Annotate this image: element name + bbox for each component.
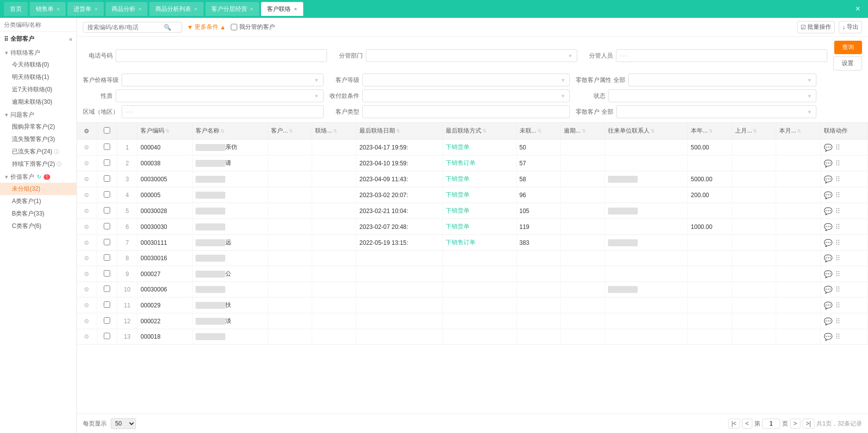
contact-method-link[interactable]: 下销货单: [446, 207, 469, 214]
row-checkbox[interactable]: [104, 317, 110, 324]
contact-method-link[interactable]: 下销货单: [446, 191, 469, 198]
phone-input[interactable]: [116, 49, 327, 62]
row-last-contact-method[interactable]: 下销货单: [442, 219, 516, 235]
sidebar-item-overdue[interactable]: 逾期未联络(30): [0, 96, 76, 108]
tab-customer-contact[interactable]: 客户联络 ×: [261, 2, 303, 16]
row-last-contact-method[interactable]: [442, 266, 516, 282]
row-settings-icon[interactable]: ⚙: [84, 286, 89, 293]
retail-attr-select[interactable]: ▼: [628, 73, 816, 86]
grid-action-icon[interactable]: ⠿: [835, 317, 840, 325]
contact-method-link[interactable]: 下销货单: [446, 144, 469, 150]
row-gear-icon[interactable]: ⚙: [77, 235, 97, 251]
this-month-header[interactable]: 本月...⇅: [776, 123, 820, 140]
row-gear-icon[interactable]: ⚙: [77, 266, 97, 282]
value-customers-group[interactable]: ▼ 价值客户 ↻ !: [0, 170, 76, 183]
row-checkbox[interactable]: [104, 144, 110, 150]
row-settings-icon[interactable]: ⚙: [84, 176, 89, 183]
sidebar-item-ungrouped[interactable]: 未分组(32): [0, 183, 76, 195]
message-icon[interactable]: 💬: [824, 191, 832, 199]
close-product-analysis-icon[interactable]: ×: [138, 6, 141, 12]
customer-type-input[interactable]: [362, 105, 570, 118]
grid-action-icon[interactable]: ⠿: [835, 301, 840, 309]
gear-col-header[interactable]: ⚙: [77, 123, 97, 140]
pending-contact-group[interactable]: ▼ 待联络客户: [0, 46, 76, 59]
sidebar-item-today[interactable]: 今天待联络(0): [0, 59, 76, 71]
row-checkbox-cell[interactable]: [97, 203, 117, 219]
row-checkbox[interactable]: [104, 239, 110, 245]
row-settings-icon[interactable]: ⚙: [84, 192, 89, 199]
message-icon[interactable]: 💬: [824, 175, 832, 183]
row-checkbox-cell[interactable]: [97, 282, 117, 297]
row-gear-icon[interactable]: ⚙: [77, 140, 97, 155]
grid-action-icon[interactable]: ⠿: [835, 144, 840, 151]
message-icon[interactable]: 💬: [824, 254, 832, 262]
code-header[interactable]: 客户编码⇅: [137, 123, 193, 140]
row-checkbox[interactable]: [104, 270, 110, 277]
row-checkbox-cell[interactable]: [97, 171, 117, 187]
row-checkbox-cell[interactable]: [97, 266, 117, 282]
sidebar-item-warning[interactable]: 流失预警客户(3): [0, 133, 76, 145]
row-checkbox-cell[interactable]: [97, 329, 117, 345]
more-conditions-btn[interactable]: ▼ 更多条件 ▲: [187, 23, 226, 31]
contact-header[interactable]: 联络...⇅: [312, 123, 356, 140]
message-icon[interactable]: 💬: [824, 207, 832, 215]
grid-action-icon[interactable]: ⠿: [835, 191, 840, 199]
type-header[interactable]: 客户...⇅: [268, 123, 312, 140]
row-checkbox[interactable]: [104, 301, 110, 308]
message-icon[interactable]: 💬: [824, 159, 832, 167]
grid-action-icon[interactable]: ⠿: [835, 223, 840, 231]
row-gear-icon[interactable]: ⚙: [77, 329, 97, 345]
tab-purchase[interactable]: 进货单 ×: [67, 2, 103, 16]
prev-page-btn[interactable]: <: [742, 419, 752, 429]
export-btn[interactable]: ↓ 导出: [839, 21, 862, 33]
row-actions[interactable]: 💬 ⠿: [820, 140, 868, 155]
row-last-contact-method[interactable]: [442, 251, 516, 266]
row-gear-icon[interactable]: ⚙: [77, 219, 97, 235]
this-year-header[interactable]: 本年...⇅: [688, 123, 732, 140]
grid-action-icon[interactable]: ⠿: [835, 239, 840, 247]
message-icon[interactable]: 💬: [824, 301, 832, 309]
sidebar-item-abnormal[interactable]: 囤购异常客户(2): [0, 121, 76, 133]
tab-product-analysis[interactable]: 商品分析 ×: [106, 2, 147, 16]
last-date-header[interactable]: 最后联络日期⇅: [356, 123, 443, 140]
row-checkbox-cell[interactable]: [97, 235, 117, 251]
sidebar-item-7days[interactable]: 近7天待联络(0): [0, 83, 76, 96]
row-actions[interactable]: 💬 ⠿: [820, 171, 868, 187]
row-last-contact-method[interactable]: 下销货单: [442, 171, 516, 187]
sidebar-item-a-class[interactable]: A类客户(1): [0, 195, 76, 208]
problem-customers-group[interactable]: ▼ 问题客户: [0, 108, 76, 121]
message-icon[interactable]: 💬: [824, 223, 832, 231]
select-all-checkbox[interactable]: [104, 127, 110, 134]
row-checkbox[interactable]: [104, 223, 110, 229]
row-actions[interactable]: 💬 ⠿: [820, 203, 868, 219]
close-product-list-icon[interactable]: ×: [194, 6, 197, 12]
row-settings-icon[interactable]: ⚙: [84, 144, 89, 151]
window-close-icon[interactable]: ×: [852, 2, 864, 15]
all-customers-header[interactable]: ⠿ 全部客户 «: [0, 32, 76, 46]
close-purchase-icon[interactable]: ×: [94, 6, 97, 12]
tab-customer-segment[interactable]: 客户分层经营 ×: [205, 2, 259, 16]
row-checkbox[interactable]: [104, 254, 110, 261]
row-settings-icon[interactable]: ⚙: [84, 333, 89, 340]
row-checkbox-cell[interactable]: [97, 219, 117, 235]
per-page-select[interactable]: 50 100: [111, 418, 136, 429]
nature-select[interactable]: ▼: [116, 89, 324, 102]
row-last-contact-method[interactable]: [442, 282, 516, 297]
row-last-contact-method[interactable]: [442, 313, 516, 329]
contact-method-link[interactable]: 下销货单: [446, 175, 469, 182]
row-last-contact-method[interactable]: 下销售订单: [442, 155, 516, 171]
tab-home[interactable]: 首页: [4, 2, 28, 16]
row-last-contact-method[interactable]: 下销货单: [442, 140, 516, 155]
row-checkbox[interactable]: [104, 207, 110, 214]
sidebar-item-lost[interactable]: 已流失客户(24) ⓘ: [0, 145, 76, 158]
retail-customer-select[interactable]: ▼: [616, 105, 816, 118]
message-icon[interactable]: 💬: [824, 333, 832, 341]
dept-select[interactable]: ▼: [366, 49, 577, 62]
row-checkbox-cell[interactable]: [97, 187, 117, 203]
next-page-btn[interactable]: >: [790, 419, 801, 429]
region-input[interactable]: ···: [122, 105, 324, 118]
row-last-contact-method[interactable]: [442, 329, 516, 345]
row-checkbox-cell[interactable]: [97, 297, 117, 313]
last-month-header[interactable]: 上月...⇅: [732, 123, 776, 140]
row-checkbox-cell[interactable]: [97, 313, 117, 329]
